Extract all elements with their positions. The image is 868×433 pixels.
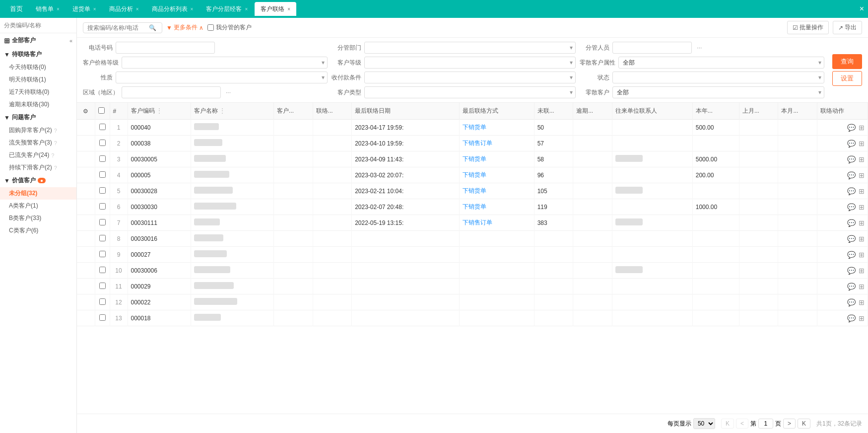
chat-icon-3[interactable]: 💬 bbox=[847, 171, 856, 179]
td-check-11[interactable] bbox=[95, 294, 110, 310]
nav-close-all-btn[interactable]: × bbox=[860, 4, 864, 13]
my-customers-checkbox-area[interactable]: 我分管的客户 bbox=[207, 23, 252, 32]
chat-icon-4[interactable]: 💬 bbox=[847, 187, 856, 195]
method-link-0[interactable]: 下销货单 bbox=[463, 124, 486, 131]
th-check[interactable] bbox=[95, 103, 110, 120]
col-resize-name[interactable]: ⋮ bbox=[219, 107, 225, 114]
th-last-contact-date[interactable]: 最后联络日期 bbox=[352, 103, 460, 120]
nav-tab-sales-close[interactable]: × bbox=[57, 6, 60, 12]
more-icon-8[interactable]: ⊞ bbox=[859, 251, 865, 259]
payment-select[interactable] bbox=[364, 72, 576, 83]
more-icon-0[interactable]: ⊞ bbox=[859, 124, 865, 132]
status-select[interactable] bbox=[612, 72, 824, 83]
nav-tab-analysis-list-close[interactable]: × bbox=[191, 6, 194, 12]
nav-tab-analysis-close[interactable]: × bbox=[136, 6, 139, 12]
more-icon-6[interactable]: ⊞ bbox=[859, 219, 865, 227]
prev-page-btn[interactable]: K bbox=[721, 419, 734, 429]
more-icon-12[interactable]: ⊞ bbox=[859, 314, 865, 322]
more-icon-7[interactable]: ⊞ bbox=[859, 235, 865, 243]
chat-icon-12[interactable]: 💬 bbox=[847, 314, 856, 322]
chat-icon-11[interactable]: 💬 bbox=[847, 298, 856, 306]
chat-icon-6[interactable]: 💬 bbox=[847, 219, 856, 227]
sidebar-item-overdue[interactable]: 逾期未联络(30) bbox=[0, 98, 76, 111]
my-customers-checkbox[interactable] bbox=[207, 24, 214, 31]
chat-icon-0[interactable]: 💬 bbox=[847, 124, 856, 132]
row-checkbox-1[interactable] bbox=[99, 140, 106, 146]
chat-icon-2[interactable]: 💬 bbox=[847, 155, 856, 163]
sidebar-item-declining[interactable]: 持续下滑客户(2) ? bbox=[0, 161, 76, 174]
sidebar-item-7days[interactable]: 近7天待联络(0) bbox=[0, 86, 76, 98]
row-checkbox-11[interactable] bbox=[99, 298, 106, 305]
chat-icon-5[interactable]: 💬 bbox=[847, 203, 856, 211]
nav-tab-customer-contact[interactable]: 客户联络 × bbox=[255, 2, 296, 16]
method-link-5[interactable]: 下销货单 bbox=[463, 203, 486, 210]
sidebar-item-classC[interactable]: C类客户(6) bbox=[0, 224, 76, 237]
sidebar-all-customers[interactable]: ⊞ 全部客户 « bbox=[0, 33, 76, 48]
nav-tab-purchase-close[interactable]: × bbox=[93, 6, 96, 12]
batch-operation-btn[interactable]: ☑ 批量操作 bbox=[787, 21, 829, 34]
td-last-contact-method-11[interactable] bbox=[460, 294, 534, 310]
settings-gear-icon[interactable]: ⚙ bbox=[83, 108, 88, 115]
more-conditions-btn[interactable]: ▼ 更多条件 ∧ bbox=[166, 23, 203, 32]
td-last-contact-method-12[interactable] bbox=[460, 310, 534, 326]
th-no-contact[interactable]: 未联... bbox=[534, 103, 573, 120]
page-number-input[interactable] bbox=[758, 419, 773, 429]
td-last-contact-method-10[interactable] bbox=[460, 279, 534, 294]
nav-tab-sales[interactable]: 销售单 × bbox=[30, 2, 66, 16]
th-this-year[interactable]: 本年... bbox=[692, 103, 739, 120]
next-page-btn[interactable]: K bbox=[798, 419, 810, 429]
td-check-2[interactable] bbox=[95, 151, 110, 167]
td-check-12[interactable] bbox=[95, 310, 110, 326]
nav-tab-analysis-list[interactable]: 商品分析列表 × bbox=[146, 2, 200, 16]
filter-search-icon[interactable]: 🔍 bbox=[149, 24, 156, 31]
td-last-contact-method-0[interactable]: 下销货单 bbox=[460, 120, 534, 136]
method-link-1[interactable]: 下销售订单 bbox=[463, 140, 492, 146]
sidebar-item-classB[interactable]: B类客户(33) bbox=[0, 212, 76, 224]
sidebar-group-pending[interactable]: ▼ 待联络客户 bbox=[0, 48, 76, 61]
chat-icon-1[interactable]: 💬 bbox=[847, 140, 856, 147]
row-checkbox-8[interactable] bbox=[99, 251, 106, 257]
sidebar-item-tomorrow[interactable]: 明天待联络(1) bbox=[0, 73, 76, 86]
filter-search-input[interactable] bbox=[87, 24, 147, 31]
export-btn[interactable]: ↗ 导出 bbox=[833, 21, 862, 34]
nav-home[interactable]: 首页 bbox=[4, 4, 29, 13]
nav-tab-customer-segment-close[interactable]: × bbox=[245, 6, 248, 12]
region-input[interactable] bbox=[122, 86, 221, 98]
td-last-contact-method-1[interactable]: 下销售订单 bbox=[460, 136, 534, 151]
td-last-contact-method-2[interactable]: 下销货单 bbox=[460, 151, 534, 167]
th-type[interactable]: 客户... bbox=[274, 103, 313, 120]
th-last-contact-method[interactable]: 最后联络方式 bbox=[460, 103, 534, 120]
td-check-4[interactable] bbox=[95, 183, 110, 199]
td-check-1[interactable] bbox=[95, 136, 110, 151]
retail-attr-select[interactable]: 全部 bbox=[618, 57, 824, 69]
select-all-checkbox[interactable] bbox=[98, 107, 105, 114]
region-dots-btn[interactable]: ··· bbox=[224, 89, 233, 96]
chat-icon-8[interactable]: 💬 bbox=[847, 251, 856, 259]
sidebar-item-churn-warning[interactable]: 流失预警客户(3) ? bbox=[0, 137, 76, 149]
sidebar-group-value[interactable]: ▼ 价值客户 ● bbox=[0, 174, 76, 187]
td-check-10[interactable] bbox=[95, 279, 110, 294]
price-level-select[interactable] bbox=[122, 57, 328, 69]
method-link-2[interactable]: 下销货单 bbox=[463, 155, 486, 162]
nav-tab-purchase[interactable]: 进货单 × bbox=[67, 2, 102, 16]
more-icon-11[interactable]: ⊞ bbox=[859, 298, 865, 306]
row-checkbox-5[interactable] bbox=[99, 203, 106, 210]
more-icon-5[interactable]: ⊞ bbox=[859, 203, 865, 211]
nav-tab-customer-segment[interactable]: 客户分层经客 × bbox=[200, 2, 254, 16]
td-check-5[interactable] bbox=[95, 199, 110, 215]
chat-icon-10[interactable]: 💬 bbox=[847, 283, 856, 290]
phone-input[interactable] bbox=[116, 42, 215, 54]
chat-icon-9[interactable]: 💬 bbox=[847, 267, 856, 275]
th-name[interactable]: 客户名称 ⋮ bbox=[191, 103, 274, 120]
td-last-contact-method-8[interactable] bbox=[460, 247, 534, 263]
row-checkbox-10[interactable] bbox=[99, 283, 106, 289]
td-last-contact-method-5[interactable]: 下销货单 bbox=[460, 199, 534, 215]
prev-step-btn[interactable]: < bbox=[736, 419, 748, 429]
sidebar-item-abnormal[interactable]: 固购异常客户(2) ? bbox=[0, 124, 76, 137]
nav-tab-customer-contact-close[interactable]: × bbox=[287, 6, 290, 12]
row-checkbox-7[interactable] bbox=[99, 235, 106, 241]
sidebar-item-ungrouped[interactable]: 未分组(32) bbox=[0, 187, 76, 200]
more-icon-2[interactable]: ⊞ bbox=[859, 155, 865, 163]
th-code[interactable]: 客户编码 ⋮ bbox=[128, 103, 191, 120]
page-size-select[interactable]: 50 bbox=[693, 418, 715, 429]
